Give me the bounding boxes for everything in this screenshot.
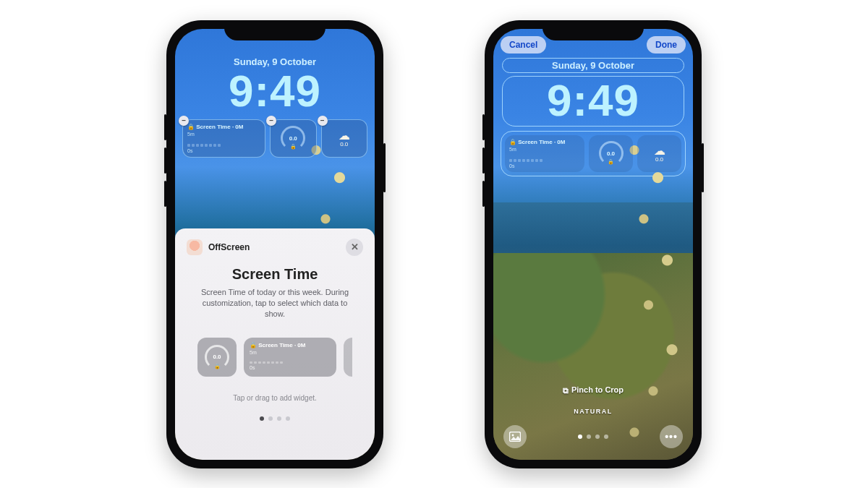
cancel-button[interactable]: Cancel (501, 36, 546, 53)
gauge-value: 0.0 (607, 150, 615, 157)
page-indicator[interactable] (187, 416, 363, 421)
notch (542, 20, 644, 40)
page-dot[interactable] (277, 416, 281, 421)
page-dot[interactable] (260, 416, 264, 421)
photo-picker-button[interactable] (503, 425, 527, 448)
axis-top: 5m (187, 132, 260, 137)
crop-icon: ⧉ (563, 386, 569, 395)
screen-time-widget-title: Screen Time · 0M (196, 124, 243, 130)
weather-value: 0.0 (340, 141, 348, 147)
page-dot[interactable] (595, 435, 600, 439)
lock-screen-left: Sunday, 9 October 9:49 – 🔒 Screen Time ·… (175, 29, 375, 460)
widget-option-peek[interactable] (344, 338, 352, 377)
widget-option-small[interactable]: 0.0 🔒 (197, 338, 237, 377)
page-dot[interactable] (578, 435, 582, 439)
ellipsis-icon: ••• (665, 431, 678, 442)
bar-chart (187, 138, 260, 147)
sheet-description: Screen Time of today or this week. Durin… (200, 287, 350, 320)
weather-widget[interactable]: – ☁︎ 0.0 (321, 119, 368, 158)
page-dot[interactable] (268, 416, 273, 421)
screen-time-widget-title: Screen Time · 0M (518, 139, 565, 145)
lock-screen-date: Sunday, 9 October (510, 60, 676, 71)
gauge-widget[interactable]: – 0.0 🔒 (270, 119, 317, 158)
lock-icon: 🔒 (608, 159, 614, 165)
sheet-title: Screen Time (187, 266, 363, 283)
lock-screen-header: Sunday, 9 October 9:49 (175, 29, 375, 114)
widget-row: – 🔒 Screen Time · 0M 5m 0s – 0.0 🔒 – ☁︎ … (182, 119, 367, 158)
remove-widget-button[interactable]: – (266, 116, 276, 126)
close-sheet-button[interactable]: ✕ (346, 239, 363, 256)
screen-time-widget[interactable]: 🔒 Screen Time · 0M 5m 0s (505, 135, 584, 172)
remove-widget-button[interactable]: – (318, 116, 328, 126)
notch (224, 20, 326, 40)
edit-bottom-bar: ••• (503, 425, 683, 448)
gauge-value: 0.0 (289, 135, 297, 142)
gauge-value: 0.0 (213, 354, 221, 360)
widgets-edit-region[interactable]: 🔒 Screen Time · 0M 5m 0s 0.0 🔒 ☁︎ 0.0 (501, 131, 686, 176)
bar-chart (509, 153, 580, 162)
gauge-icon: 0.0 🔒 (599, 141, 624, 166)
widget-config-sheet: OffScreen ✕ Screen Time Screen Time of t… (175, 228, 375, 460)
remove-widget-button[interactable]: – (179, 116, 189, 126)
filter-name-label[interactable]: NATURAL (493, 408, 693, 415)
lock-screen-time: 9:49 (509, 78, 678, 123)
axis-bottom: 0s (509, 163, 580, 168)
gauge-widget[interactable]: 0.0 🔒 (589, 135, 633, 172)
filter-page-indicator[interactable] (578, 435, 608, 439)
lock-screen-right: Cancel Done Sunday, 9 October 9:49 🔒 Scr… (493, 29, 693, 460)
pinch-to-crop-hint: ⧉Pinch to Crop (493, 385, 693, 395)
lock-icon: 🔒 (290, 144, 297, 150)
done-button[interactable]: Done (647, 36, 686, 53)
svg-point-1 (512, 434, 514, 436)
axis-bottom: 0s (187, 148, 260, 153)
screen-time-widget[interactable]: – 🔒 Screen Time · 0M 5m 0s (182, 119, 265, 158)
widget-option-title: Screen Time · 0M (258, 342, 305, 348)
phone-right-edit-mode: Cancel Done Sunday, 9 October 9:49 🔒 Scr… (485, 20, 702, 468)
page-dot[interactable] (604, 435, 608, 439)
crop-hint-label: Pinch to Crop (571, 385, 624, 394)
lock-icon: 🔒 (214, 364, 221, 369)
date-edit-region[interactable]: Sunday, 9 October (502, 58, 684, 73)
axis-top: 5m (509, 147, 580, 152)
sheet-header: OffScreen ✕ (187, 239, 363, 256)
bar-chart (250, 356, 331, 364)
sheet-app-name: OffScreen (208, 242, 340, 252)
weather-widget[interactable]: ☁︎ 0.0 (637, 135, 681, 172)
sheet-hint: Tap or drag to add widget. (187, 394, 363, 402)
axis-top: 5m (250, 350, 331, 355)
time-edit-region[interactable]: 9:49 (502, 76, 684, 127)
lock-screen-time[interactable]: 9:49 (175, 69, 375, 114)
page-dot[interactable] (587, 435, 591, 439)
photo-icon (509, 432, 521, 442)
page-dot[interactable] (286, 416, 290, 421)
weather-value: 0.0 (655, 156, 663, 163)
widget-option-large[interactable]: 🔒 Screen Time · 0M 5m 0s (244, 338, 336, 377)
axis-bottom: 0s (250, 365, 331, 370)
widget-size-carousel[interactable]: 0.0 🔒 🔒 Screen Time · 0M 5m 0s (187, 338, 363, 377)
more-options-button[interactable]: ••• (660, 425, 683, 448)
gauge-icon: 0.0 🔒 (205, 345, 229, 369)
offscreen-app-icon (187, 239, 203, 255)
phone-left-widget-picker: Sunday, 9 October 9:49 – 🔒 Screen Time ·… (166, 20, 383, 468)
gauge-icon: 0.0 🔒 (281, 126, 305, 150)
